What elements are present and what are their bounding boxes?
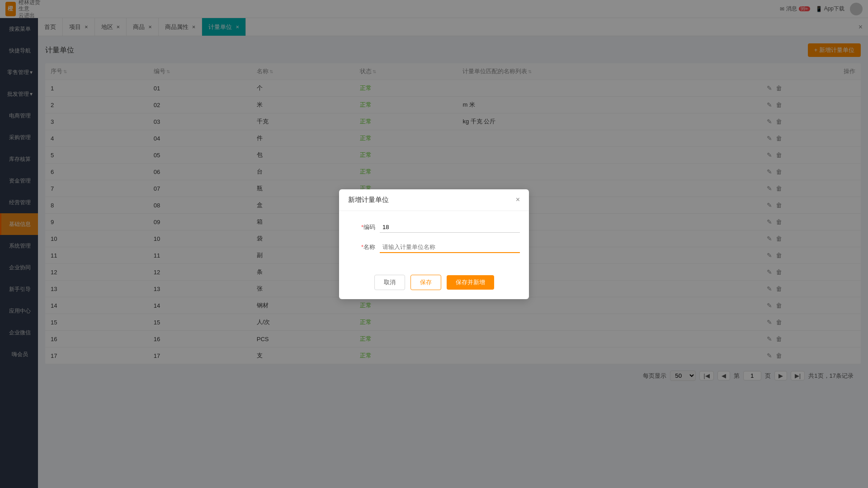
code-input[interactable] [380, 222, 520, 233]
save-button[interactable]: 保存 [410, 275, 441, 290]
name-label: *名称 [348, 243, 375, 251]
add-unit-modal: 新增计量单位 × *编码 *名称 取消 保存 保存并新增 [339, 189, 529, 299]
modal-close-button[interactable]: × [516, 196, 520, 204]
form-row-code: *编码 [348, 222, 520, 233]
form-row-name: *名称 [348, 242, 520, 253]
name-input[interactable] [380, 242, 520, 253]
modal-overlay: 新增计量单位 × *编码 *名称 取消 保存 保存并新增 [0, 0, 868, 488]
modal-body: *编码 *名称 [339, 211, 529, 269]
save-and-new-button[interactable]: 保存并新增 [447, 275, 494, 290]
modal-title: 新增计量单位 [348, 196, 389, 204]
modal-header: 新增计量单位 × [339, 189, 529, 211]
cancel-button[interactable]: 取消 [374, 275, 405, 290]
modal-footer: 取消 保存 保存并新增 [339, 269, 529, 299]
code-label: *编码 [348, 223, 375, 231]
